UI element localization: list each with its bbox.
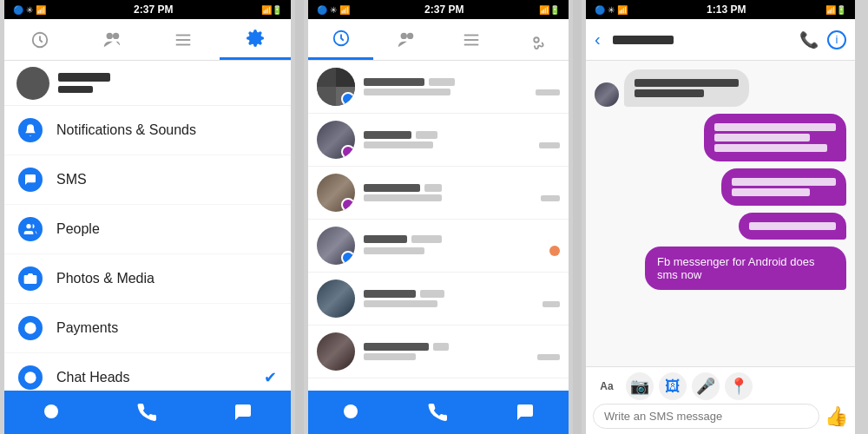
conv-item-6[interactable] (308, 326, 569, 378)
battery-right: 📶🔋 (825, 5, 846, 15)
svg-point-7 (28, 277, 32, 281)
image-tool-button[interactable]: 🖼 (659, 372, 687, 400)
conv-name-2b (416, 131, 437, 139)
settings-payments[interactable]: Payments (4, 304, 291, 353)
phone-button-middle[interactable] (421, 395, 456, 430)
chat-contact-name (613, 36, 674, 44)
conv-item-1[interactable] (308, 61, 569, 114)
conv-snippet-4 (364, 247, 424, 254)
location-tool-button[interactable]: 📍 (725, 372, 753, 400)
info-button[interactable]: i (827, 30, 846, 49)
chat-input-bar: Aa 📷 🖼 🎤 📍 👍 (586, 366, 855, 434)
conv-time-5 (542, 301, 560, 307)
conv-snippet-2 (364, 141, 433, 148)
bottom-bar-middle (308, 391, 569, 434)
conv-content-2 (364, 131, 560, 148)
profile-name-bar2 (58, 86, 93, 93)
bell-icon (18, 118, 43, 142)
conv-item-5[interactable] (308, 273, 569, 326)
conv-avatar-3 (317, 174, 355, 212)
redacted-line-r1 (635, 79, 739, 87)
svg-point-16 (406, 32, 412, 38)
conv-avatar-4 (317, 227, 355, 265)
middle-tabs (308, 19, 569, 61)
tab-recent[interactable] (4, 19, 76, 60)
conv-item-4[interactable] (308, 220, 569, 273)
mid-tab-contacts[interactable] (373, 19, 438, 60)
mid-tab-recent[interactable] (308, 19, 373, 60)
msg-sent-1 (595, 114, 846, 161)
status-bar-middle: 🔵 ✳ 📶 2:37 PM 📶🔋 (308, 0, 569, 19)
bubble-gray-1 (624, 69, 749, 107)
chat-action-buttons: 📞 i (799, 30, 846, 49)
chatheads-icon (18, 365, 43, 390)
status-icons-right: 🔵 ✳ 📶 (595, 5, 628, 15)
back-button[interactable]: ‹ (595, 30, 601, 49)
received-avatar-1 (595, 82, 619, 107)
svg-point-20 (534, 37, 539, 43)
mid-tab-settings[interactable] (503, 19, 569, 60)
svg-point-6 (26, 224, 30, 228)
conv-snippet-3 (364, 194, 442, 201)
bubble-purple-2 (721, 168, 846, 206)
mid-tab-list[interactable] (438, 19, 503, 60)
conv-avatar-1 (317, 68, 355, 106)
chat-button-left[interactable] (226, 395, 260, 430)
svg-point-2 (113, 32, 119, 38)
conversation-list (308, 61, 569, 391)
redacted-line-s3 (749, 222, 836, 230)
mic-tool-button[interactable]: 🎤 (692, 372, 720, 400)
tab-settings[interactable] (220, 19, 292, 60)
conv-snippet-5 (364, 300, 437, 307)
message-input[interactable] (593, 404, 819, 429)
aa-button[interactable]: Aa (593, 372, 621, 400)
sms-bubble: Fb messenger for Android does sms now (645, 247, 846, 290)
conv-badge-2 (341, 145, 355, 159)
settings-sms[interactable]: SMS (4, 155, 291, 205)
conv-time-3 (541, 195, 560, 201)
svg-point-12 (44, 404, 58, 418)
payments-label: Payments (56, 320, 277, 336)
profile-name-bar1 (58, 73, 110, 82)
msg-sent-3 (595, 213, 846, 240)
settings-people[interactable]: People (4, 205, 291, 254)
msg-sent-2 (595, 168, 846, 206)
settings-chatheads[interactable]: Chat Heads ✔ (4, 353, 291, 391)
conv-item-3[interactable] (308, 167, 569, 220)
conv-content-6 (364, 343, 560, 360)
tab-list[interactable] (148, 19, 220, 60)
conv-name-6a (364, 343, 429, 351)
conversations-panel: 🔵 ✳ 📶 2:37 PM 📶🔋 (308, 0, 569, 434)
conv-name-6b (433, 343, 449, 351)
conv-item-2[interactable] (308, 114, 569, 167)
settings-notifications[interactable]: Notifications & Sounds (4, 106, 291, 155)
settings-profile-header[interactable] (4, 61, 291, 106)
svg-point-9 (24, 372, 36, 383)
people-icon (18, 217, 43, 241)
profile-avatar (16, 67, 49, 100)
conv-name-4b (411, 235, 442, 243)
settings-list: Notifications & Sounds SMS People Photos… (4, 106, 291, 391)
search-button-middle[interactable] (334, 395, 369, 430)
conv-time-1 (536, 89, 560, 95)
phone-button-left[interactable] (130, 395, 165, 430)
settings-photos[interactable]: Photos & Media (4, 254, 291, 304)
payments-icon (18, 316, 43, 340)
chat-button-middle[interactable] (508, 395, 542, 430)
settings-panel: 🔵 ✳ 📶 2:37 PM 📶🔋 Notificat (4, 0, 291, 434)
conv-content-5 (364, 290, 560, 307)
send-button[interactable]: 👍 (825, 405, 848, 428)
conv-name-1b (429, 78, 455, 86)
call-button[interactable]: 📞 (799, 30, 819, 49)
chat-messages: Fb messenger for Android does sms now (586, 61, 855, 366)
camera-tool-button[interactable]: 📷 (626, 372, 654, 400)
conv-name-3a (364, 184, 420, 192)
conv-snippet-6 (364, 353, 416, 360)
status-bar-right: 🔵 ✳ 📶 1:13 PM 📶🔋 (586, 0, 855, 19)
chat-title-block (608, 36, 792, 44)
conv-name-5a (364, 290, 416, 298)
tab-contacts[interactable] (76, 19, 148, 60)
camera-icon (18, 266, 43, 291)
search-button-left[interactable] (35, 395, 69, 430)
svg-line-22 (356, 417, 359, 420)
